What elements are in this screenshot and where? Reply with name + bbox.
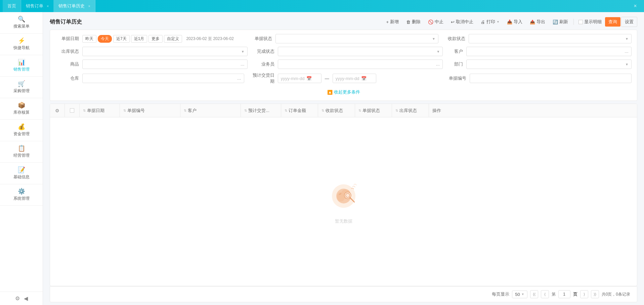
complete-status-label: 完成状态: [254, 48, 278, 54]
current-page-input[interactable]: [558, 290, 570, 298]
search-menu-icon: 🔍: [18, 16, 25, 22]
th-pay-status[interactable]: ⇅ 收款状态: [318, 104, 355, 117]
th-checkbox[interactable]: [65, 104, 80, 117]
sidebar-item-sales-mgmt[interactable]: 📊 销售管理: [0, 55, 43, 77]
th-settings[interactable]: ⚙: [50, 104, 65, 117]
complete-status-select[interactable]: ▼: [278, 47, 443, 56]
window-close-button[interactable]: ×: [632, 3, 639, 9]
sidebar-collapse-icon[interactable]: ◀: [24, 295, 28, 302]
page-size-value: 50: [515, 292, 520, 297]
tab-sales-order[interactable]: 销售订单 ×: [21, 0, 54, 12]
table-header: ⚙ ⇅ 单据日期 ⇅ 单据编号 ⇅ 客户 ⇅: [50, 104, 637, 117]
sidebar-item-purchase-mgmt[interactable]: 🛒 采购管理: [0, 77, 43, 98]
sidebar-item-basic-info[interactable]: 📝 基础信息: [0, 163, 43, 184]
date-separator: —: [325, 76, 329, 81]
sales-mgmt-icon: 📊: [18, 59, 25, 65]
display-detail-checkbox[interactable]: [578, 20, 583, 24]
warehouse-select[interactable]: …: [82, 74, 244, 83]
sort-delivery-icon: ⇅: [244, 109, 247, 112]
date-more-btn[interactable]: 更多: [148, 35, 163, 43]
salesman-select[interactable]: …: [278, 60, 443, 69]
date-today-btn[interactable]: 今天: [98, 35, 112, 43]
stop-button[interactable]: 🚫 中止: [425, 17, 447, 27]
sidebar-item-operation-mgmt[interactable]: 📋 经营管理: [0, 141, 43, 163]
salesman-ellipsis: …: [436, 62, 440, 67]
refresh-icon: 🔄: [553, 20, 558, 25]
th-customer[interactable]: ⇅ 客户: [180, 104, 241, 117]
customer-control: …: [466, 47, 632, 56]
th-amount-label: 订单金额: [289, 108, 306, 114]
table-settings-icon[interactable]: ⚙: [55, 108, 59, 113]
filter-row-4: 仓库 … 预计交货日期 yyyy-mm-dd 📅 — yyyy-mm-dd: [55, 72, 632, 84]
collapse-icon: 🔼: [327, 90, 333, 95]
sidebar-item-fund-mgmt[interactable]: 💰 资金管理: [0, 120, 43, 141]
date-7days-btn[interactable]: 近7天: [113, 35, 130, 43]
display-detail-toggle[interactable]: 显示明细: [576, 17, 604, 27]
order-status-arrow-icon: ▼: [432, 37, 435, 41]
last-page-button[interactable]: ⟩⟩: [591, 290, 599, 298]
th-delivery[interactable]: ⇅ 预计交货...: [241, 104, 281, 117]
tab-home[interactable]: 首页: [3, 0, 21, 12]
tab-sales-order-close[interactable]: ×: [47, 4, 49, 8]
date-1month-btn[interactable]: 近1月: [131, 35, 147, 43]
settings-button[interactable]: 设置: [621, 17, 637, 27]
date-yesterday-btn[interactable]: 昨天: [82, 35, 96, 43]
sidebar-item-quick-nav[interactable]: ⚡ 快捷导航: [0, 34, 43, 55]
page-goto-label: 第: [552, 292, 556, 297]
order-status-select[interactable]: ▼: [275, 34, 438, 43]
prev-page-button[interactable]: ⟨: [541, 290, 549, 298]
th-delivery-label: 预计交货...: [248, 108, 269, 114]
import-button[interactable]: 📥 导入: [504, 17, 526, 27]
toolbar: + 新增 🗑 删除 🚫 中止 ↩ 取消中止 🖨 打印: [383, 17, 637, 27]
goods-label: 商品: [55, 61, 82, 67]
page-size-select[interactable]: 50 ▼: [512, 291, 527, 298]
th-date[interactable]: ⇅ 单据日期: [80, 104, 120, 117]
settings-label: 设置: [625, 19, 634, 25]
first-page-button[interactable]: ⟨⟨: [530, 290, 538, 298]
th-order-no[interactable]: ⇅ 单据编号: [120, 104, 180, 117]
sidebar-item-basic-info-label: 基础信息: [13, 174, 30, 180]
date-quick-buttons: 昨天 今天 近7天 近1月 更多 自定义: [82, 35, 182, 43]
next-page-button[interactable]: ⟩: [580, 290, 588, 298]
th-out-status[interactable]: ⇅ 出库状态: [392, 104, 429, 117]
print-button[interactable]: 🖨 打印 ▼: [477, 17, 503, 27]
order-status-control: ▼: [275, 34, 438, 43]
page-unit: 页: [573, 291, 577, 297]
order-no-input[interactable]: [470, 74, 632, 83]
customer-select[interactable]: …: [466, 47, 632, 56]
cancel-stop-button[interactable]: ↩ 取消中止: [447, 17, 477, 27]
th-order-no-label: 单据编号: [127, 108, 145, 114]
sidebar-item-inventory-check[interactable]: 📦 库存核算: [0, 98, 43, 120]
out-status-select[interactable]: ▼: [82, 47, 248, 56]
salesman-control: …: [278, 60, 443, 69]
sidebar-item-purchase-mgmt-label: 采购管理: [13, 88, 30, 94]
delivery-date-end[interactable]: yyyy-mm-dd 📅: [333, 74, 376, 83]
date-custom-btn[interactable]: 自定义: [164, 35, 182, 43]
payment-status-control: ▼: [469, 34, 632, 43]
th-order-status[interactable]: ⇅ 单据状态: [355, 104, 392, 117]
query-button[interactable]: 查询: [605, 17, 620, 27]
th-out-status-label: 出库状态: [399, 108, 417, 114]
export-button[interactable]: 📤 导出: [526, 17, 549, 27]
sidebar-item-search-menu[interactable]: 🔍 搜索菜单: [0, 12, 43, 34]
payment-status-select[interactable]: ▼: [469, 34, 632, 43]
goods-select[interactable]: …: [82, 60, 248, 69]
delete-button[interactable]: 🗑 删除: [403, 17, 424, 27]
new-button[interactable]: + 新增: [383, 17, 402, 27]
dept-select[interactable]: ▼: [466, 60, 632, 69]
dept-label: 部门: [449, 61, 466, 67]
collapse-filter-btn[interactable]: 🔼 收起更多条件: [55, 88, 632, 97]
delivery-date-start[interactable]: yyyy-mm-dd 📅: [278, 74, 321, 83]
th-amount[interactable]: ⇅ 订单金额: [281, 104, 318, 117]
sort-out-status-icon: ⇅: [395, 109, 398, 112]
calendar-end-icon: 📅: [361, 76, 367, 81]
sidebar-settings-icon[interactable]: ⚙: [15, 295, 20, 302]
dept-arrow-icon: ▼: [625, 63, 629, 66]
warehouse-label: 仓库: [55, 75, 82, 81]
sidebar-item-fund-mgmt-label: 资金管理: [13, 131, 30, 137]
sidebar-item-sys-mgmt[interactable]: ⚙️ 系统管理: [0, 184, 43, 206]
tab-sales-order-history-close[interactable]: ×: [88, 4, 90, 8]
select-all-checkbox[interactable]: [70, 108, 74, 113]
tab-sales-order-history[interactable]: 销售订单历史 ×: [54, 0, 95, 12]
refresh-button[interactable]: 🔄 刷新: [549, 17, 571, 27]
